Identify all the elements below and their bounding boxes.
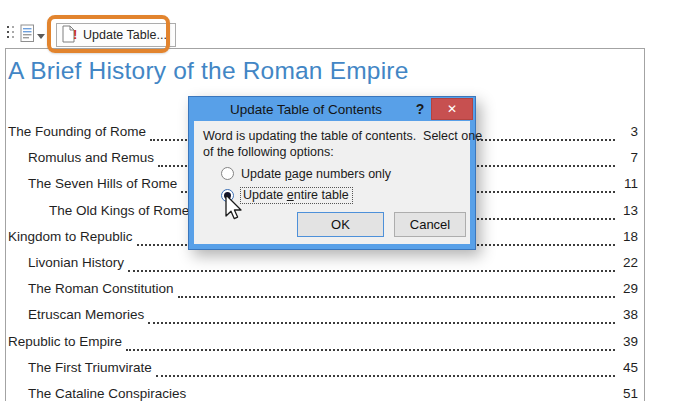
toc-entry[interactable]: Livonian History22 xyxy=(8,255,638,281)
help-button[interactable]: ? xyxy=(409,101,431,117)
toc-entry-text: Livonian History xyxy=(28,255,124,270)
toc-leader-dots xyxy=(128,255,615,272)
content-control-drag-handle-icon[interactable] xyxy=(7,26,14,38)
toc-leader-dots xyxy=(178,281,615,298)
toc-entry-text: Republic to Empire xyxy=(8,334,122,349)
toc-entry[interactable]: Republic to Empire39 xyxy=(8,334,638,360)
toc-leader-dots xyxy=(190,386,615,401)
radio-circle-selected-icon[interactable] xyxy=(221,189,234,202)
toc-entry-text: The Founding of Rome xyxy=(8,124,146,139)
radio-update-entire-table[interactable]: Update entire table xyxy=(221,187,461,204)
toc-tab-button[interactable] xyxy=(20,24,52,45)
chevron-down-icon xyxy=(37,34,45,39)
toc-entry-text: The Roman Constitution xyxy=(28,281,174,296)
toc-leader-dots xyxy=(156,360,615,377)
svg-text:!: ! xyxy=(73,27,77,42)
toc-page-number: 45 xyxy=(618,360,638,375)
dialog-message-line-2: of the following options: xyxy=(203,144,461,160)
toc-page-number: 22 xyxy=(618,255,638,270)
radio-label[interactable]: Update page numbers only xyxy=(241,167,391,181)
toc-leader-dots xyxy=(148,307,615,324)
dialog-button-row: OK Cancel xyxy=(297,212,466,237)
toc-page-number: 3 xyxy=(618,124,638,139)
toc-entry-text: The Old Kings of Rome xyxy=(49,203,189,218)
toc-page-number: 29 xyxy=(618,281,638,296)
toc-entry[interactable]: The Roman Constitution29 xyxy=(8,281,638,307)
table-of-contents-icon xyxy=(20,24,35,46)
toc-page-number: 13 xyxy=(618,203,638,218)
page-title: A Brief History of the Roman Empire xyxy=(8,57,409,85)
dialog-message-line-1: Word is updating the table of contents. … xyxy=(203,128,461,144)
dialog-title: Update Table of Contents xyxy=(189,102,409,117)
toc-entry-text: The Cataline Conspiracies xyxy=(28,386,186,401)
radio-label[interactable]: Update entire table xyxy=(241,188,352,203)
close-icon: ✕ xyxy=(447,102,457,116)
toc-entry-text: The First Triumvirate xyxy=(28,360,152,375)
radio-update-page-numbers[interactable]: Update page numbers only xyxy=(221,165,461,182)
toc-entry[interactable]: Etruscan Memories38 xyxy=(8,307,638,333)
toc-entry-text: The Seven Hills of Rome xyxy=(28,176,177,191)
toc-page-number: 11 xyxy=(618,176,638,191)
toc-entry-text: Etruscan Memories xyxy=(28,307,144,322)
toc-entry[interactable]: The Cataline Conspiracies51 xyxy=(8,386,638,401)
update-table-button[interactable]: ! Update Table... xyxy=(56,23,176,47)
update-toc-dialog: Update Table of Contents ? ✕ Word is upd… xyxy=(188,96,476,250)
toc-page-number: 18 xyxy=(618,229,638,244)
toc-page-number: 39 xyxy=(618,334,638,349)
toc-entry[interactable]: The First Triumvirate45 xyxy=(8,360,638,386)
dialog-body: Word is updating the table of contents. … xyxy=(194,121,470,244)
update-alert-icon: ! xyxy=(62,25,79,46)
dialog-titlebar[interactable]: Update Table of Contents ? ✕ xyxy=(189,97,475,121)
cancel-button[interactable]: Cancel xyxy=(394,212,466,237)
update-table-label: Update Table... xyxy=(83,28,167,42)
toc-leader-dots xyxy=(126,334,615,351)
toc-entry-text: Kingdom to Republic xyxy=(8,229,133,244)
close-button[interactable]: ✕ xyxy=(431,98,473,120)
toc-page-number: 51 xyxy=(618,386,638,401)
toc-page-number: 38 xyxy=(618,307,638,322)
ok-button[interactable]: OK xyxy=(297,212,384,237)
radio-circle-icon[interactable] xyxy=(221,167,234,180)
toc-entry-text: Romulus and Remus xyxy=(28,150,154,165)
toc-page-number: 7 xyxy=(618,150,638,165)
